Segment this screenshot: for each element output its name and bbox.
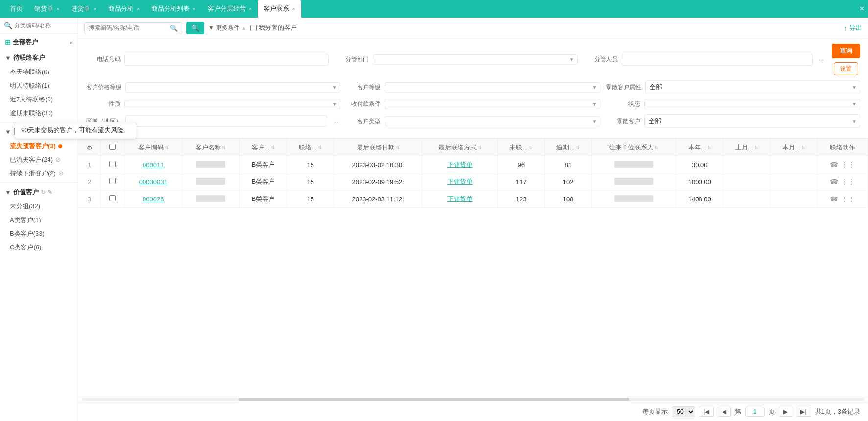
dots-icon-2[interactable]: ··· — [331, 116, 340, 127]
col-contact-count[interactable]: 联络...⇅ — [287, 139, 334, 156]
sidebar-group-pending[interactable]: ▼ 待联络客户 — [0, 50, 78, 65]
tab-customer-contact-close[interactable]: × — [292, 6, 295, 12]
sidebar-item-class-a[interactable]: A类客户(1) — [0, 213, 78, 227]
col-settings[interactable]: ⚙ — [78, 139, 101, 156]
first-page-button[interactable]: |◀ — [699, 407, 714, 417]
row3-checkbox[interactable] — [101, 191, 124, 208]
filter-dept-select[interactable]: ▼ — [373, 54, 577, 65]
row3-code[interactable]: 000026 — [124, 191, 182, 208]
col-last-month[interactable]: 上月...⇅ — [723, 139, 770, 156]
next-page-button[interactable]: ▶ — [779, 407, 792, 417]
sidebar-root-header[interactable]: ⊞ 全部客户 « — [0, 34, 78, 50]
row3-more-icon[interactable]: ⋮⋮ — [841, 195, 855, 203]
row1-code[interactable]: 000011 — [124, 156, 182, 173]
filter-nature-select[interactable]: ▼ — [124, 99, 340, 109]
tab-analysis-list-close[interactable]: × — [193, 6, 195, 12]
row1-more-icon[interactable]: ⋮⋮ — [841, 161, 855, 169]
filter-search-input[interactable] — [89, 25, 167, 31]
filter-customer-level-select[interactable]: ▼ — [385, 82, 601, 93]
tab-customer-contact[interactable]: 客户联系 × — [258, 0, 301, 18]
tab-sales[interactable]: 销货单 × — [28, 0, 65, 18]
dots-icon[interactable]: ··· — [817, 54, 826, 65]
filter-payment-select[interactable]: ▼ — [385, 99, 601, 109]
row3-contact-icon[interactable]: ☎ — [830, 195, 838, 203]
prev-page-button[interactable]: ◀ — [718, 407, 731, 417]
row2-more-icon[interactable]: ⋮⋮ — [841, 178, 855, 186]
tab-customer-segment-close[interactable]: × — [249, 6, 252, 12]
close-all-button[interactable]: × — [860, 4, 864, 13]
select-all-checkbox[interactable] — [109, 144, 116, 150]
row1-last-date: 2023-03-02 10:30: — [334, 156, 422, 173]
tab-customer-segment[interactable]: 客户分层经营 × — [202, 0, 258, 18]
sidebar-item-churned[interactable]: 已流失客户(24) ⊘ — [0, 153, 78, 167]
row2-code[interactable]: 00030031 — [124, 173, 182, 191]
filter-price-level-select[interactable]: ▼ — [125, 82, 340, 93]
settings-button[interactable]: 设置 — [834, 62, 858, 75]
row3-last-method[interactable]: 下销货单 — [422, 191, 498, 208]
filter-status-select[interactable]: ▼ — [644, 99, 860, 109]
row1-last-method[interactable]: 下销货单 — [422, 156, 498, 173]
my-customers-check[interactable] — [250, 25, 257, 31]
row2-checkbox[interactable] — [101, 173, 124, 191]
sidebar-item-overdue[interactable]: 逾期未联络(30) — [0, 106, 78, 120]
sidebar-item-tomorrow[interactable]: 明天待联络(1) — [0, 79, 78, 93]
scroll-thumb[interactable] — [239, 398, 629, 401]
sidebar-item-today[interactable]: 今天待联络(0) — [0, 65, 78, 79]
table-footer: 每页显示 50 |◀ ◀ 第 页 ▶ ▶| 共1页，3条记录 — [78, 402, 868, 421]
sort-icon-3: ⇅ — [271, 145, 275, 150]
sidebar-item-ungrouped[interactable]: 未分组(32) — [0, 199, 78, 213]
sidebar-item-churn-warning[interactable]: 流失预警客户(3) — [0, 139, 78, 153]
col-this-year[interactable]: 本年...⇅ — [676, 139, 723, 156]
tab-analysis-list[interactable]: 商品分析列表 × — [145, 0, 201, 18]
row1-check[interactable] — [109, 161, 116, 167]
row2-last-method[interactable]: 下销货单 — [422, 173, 498, 191]
col-last-date[interactable]: 最后联络日期⇅ — [334, 139, 422, 156]
sidebar-group-value[interactable]: ▼ 价值客户 ↻ ✎ — [0, 185, 78, 199]
last-page-button[interactable]: ▶| — [796, 407, 811, 417]
export-button[interactable]: ↑ 导出 — [844, 24, 863, 32]
my-customers-checkbox[interactable]: 我分管的客户 — [250, 24, 297, 32]
filter-price-level-field: 客户价格等级 ▼ — [86, 82, 340, 93]
col-type[interactable]: 客户...⇅ — [240, 139, 287, 156]
col-no-contact[interactable]: 未联...⇅ — [498, 139, 545, 156]
page-number-input[interactable] — [745, 407, 765, 417]
row1-checkbox[interactable] — [101, 156, 124, 173]
table-header-row: ⚙ 客户编码⇅ 客户名称⇅ 客户...⇅ 联络...⇅ 最后联络日期⇅ 最后联络… — [78, 139, 868, 156]
row3-check[interactable] — [109, 195, 116, 201]
col-this-month[interactable]: 本月...⇅ — [770, 139, 817, 156]
col-contact-person[interactable]: 往来单位联系人⇅ — [592, 139, 676, 156]
sidebar-search-input[interactable] — [14, 22, 78, 29]
filter-phone-input[interactable] — [124, 54, 329, 66]
tab-purchase-close[interactable]: × — [93, 6, 96, 12]
query-button[interactable]: 查询 — [832, 44, 860, 58]
filter-zero-customer-select[interactable]: 全部 ▼ — [644, 114, 860, 128]
col-checkbox[interactable] — [101, 139, 124, 156]
row2-check[interactable] — [109, 178, 116, 184]
tab-purchase[interactable]: 进货单 × — [65, 0, 102, 18]
more-conditions-button[interactable]: ▼ 更多条件 ▲ — [208, 24, 246, 32]
col-overdue[interactable]: 逾期...⇅ — [545, 139, 592, 156]
col-last-method[interactable]: 最后联络方式⇅ — [422, 139, 498, 156]
filter-person-input[interactable] — [622, 54, 813, 66]
col-name[interactable]: 客户名称⇅ — [182, 139, 239, 156]
sidebar-item-declining[interactable]: 持续下滑客户(2) ⊘ — [0, 167, 78, 180]
filter-search-button[interactable]: 🔍 — [186, 22, 204, 34]
filter-zero-attr-select[interactable]: 全部 ▼ — [645, 80, 860, 94]
col-code[interactable]: 客户编码⇅ — [124, 139, 182, 156]
per-page-select[interactable]: 50 — [672, 406, 695, 417]
tab-sales-close[interactable]: × — [56, 6, 59, 12]
row2-contact-icon[interactable]: ☎ — [830, 178, 838, 186]
tab-analysis-close[interactable]: × — [137, 6, 140, 12]
filter-customer-type-select[interactable]: ▼ — [385, 116, 601, 126]
arrow-icon-2: ▼ — [5, 128, 11, 136]
sidebar-item-class-c[interactable]: C类客户(6) — [0, 241, 78, 254]
tab-analysis[interactable]: 商品分析 × — [102, 0, 145, 18]
sidebar-item-7days[interactable]: 近7天待联络(0) — [0, 93, 78, 106]
row1-contact-icon[interactable]: ☎ — [830, 161, 838, 169]
horizontal-scrollbar[interactable] — [78, 396, 868, 402]
filter-row-3: 性质 ▼ 收付款条件 ▼ 状态 — [86, 99, 860, 109]
tab-home[interactable]: 首页 — [4, 0, 28, 18]
collapse-icon[interactable]: « — [70, 39, 73, 46]
sidebar-item-class-b[interactable]: B类客户(33) — [0, 227, 78, 241]
filter-region-input[interactable] — [125, 115, 327, 127]
